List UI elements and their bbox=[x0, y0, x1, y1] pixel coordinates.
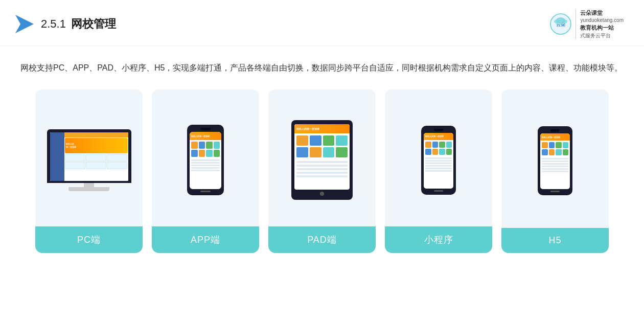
svg-marker-0 bbox=[15, 15, 34, 33]
grid-item bbox=[549, 149, 555, 155]
pc-stand-base bbox=[68, 187, 109, 191]
h5-header-text: 轻松人的第一堂冠课 bbox=[542, 136, 560, 139]
h5-phone-mockup: 轻松人的第一堂冠课 bbox=[538, 126, 572, 195]
grid-item bbox=[310, 135, 321, 146]
pad-outer: 轻松人的第一堂冠课 bbox=[291, 120, 353, 200]
miniprogram-grid bbox=[424, 140, 453, 156]
h5-content bbox=[540, 157, 570, 173]
app-phone-screen: 轻松人的第一堂冠课 bbox=[190, 132, 221, 189]
pad-header-text: 轻松人的第一堂冠课 bbox=[296, 127, 319, 130]
grid-item bbox=[323, 135, 335, 146]
content-row bbox=[542, 168, 568, 170]
content-row bbox=[542, 158, 568, 159]
grid-item bbox=[425, 149, 431, 155]
card-pad-label: PAD端 bbox=[268, 226, 376, 253]
pc-courses bbox=[64, 154, 128, 170]
pc-banner: 轻松人的第一堂冠课 bbox=[65, 138, 128, 153]
miniprogram-phone-mockup: 轻松人的第一堂冠课 bbox=[421, 126, 456, 195]
content-row bbox=[191, 170, 220, 171]
card-pc: 轻松人的第一堂冠课 bbox=[35, 89, 143, 253]
content-row bbox=[425, 168, 452, 169]
grid-item bbox=[206, 142, 213, 149]
content-row bbox=[296, 161, 348, 163]
pc-stand-neck bbox=[84, 183, 94, 187]
card-app-label: APP端 bbox=[152, 226, 259, 253]
cards-section: 轻松人的第一堂冠课 bbox=[0, 80, 644, 268]
content-row bbox=[191, 162, 220, 164]
card-pc-image: 轻松人的第一堂冠课 bbox=[39, 89, 140, 226]
content-row bbox=[296, 172, 348, 174]
content-row bbox=[542, 166, 568, 167]
grid-item bbox=[563, 149, 569, 155]
pc-top-bar bbox=[64, 132, 128, 137]
card-pc-label: PC端 bbox=[35, 226, 143, 253]
app-phone-notch bbox=[200, 128, 211, 130]
card-pad-image: 轻松人的第一堂冠课 bbox=[283, 89, 361, 226]
brand-tagline: 教育机构一站 式服务云平台 bbox=[580, 24, 624, 39]
pad-grid bbox=[294, 133, 350, 159]
pc-course-item bbox=[65, 162, 85, 169]
grid-item bbox=[432, 149, 439, 155]
header-left: 2.5.1 网校管理 bbox=[15, 15, 116, 33]
pc-course-item bbox=[107, 154, 127, 162]
card-miniprogram: 轻松人的第一堂冠课 bbox=[385, 89, 492, 253]
grid-item bbox=[439, 149, 445, 155]
miniprogram-phone-home bbox=[434, 190, 443, 192]
content-row bbox=[191, 167, 220, 169]
pad-home-button bbox=[320, 192, 324, 196]
grid-item bbox=[191, 142, 198, 149]
card-miniprogram-image: 轻松人的第一堂冠课 bbox=[413, 89, 464, 226]
grid-item bbox=[556, 142, 562, 148]
brand-site: yunduoketang.com bbox=[580, 17, 624, 24]
miniprogram-phone-notch bbox=[434, 129, 443, 131]
card-app: 轻松人的第一堂冠课 bbox=[152, 89, 259, 253]
grid-item bbox=[310, 147, 321, 157]
pc-banner-text: 轻松人的第一堂冠课 bbox=[66, 143, 76, 148]
h5-phone-screen: 轻松人的第一堂冠课 bbox=[540, 133, 570, 189]
content-row bbox=[542, 171, 568, 172]
card-app-image: 轻松人的第一堂冠课 bbox=[179, 89, 232, 226]
grid-item bbox=[296, 135, 308, 146]
card-pad: 轻松人的第一堂冠课 bbox=[268, 89, 376, 253]
grid-item bbox=[563, 142, 569, 148]
miniprogram-screen-header: 轻松人的第一堂冠课 bbox=[424, 133, 453, 140]
pc-mockup: 轻松人的第一堂冠课 bbox=[47, 129, 131, 191]
content-row bbox=[191, 165, 220, 166]
page-title: 2.5.1 网校管理 bbox=[41, 16, 116, 32]
grid-item bbox=[446, 142, 452, 148]
description-text: 网校支持PC、APP、PAD、小程序、H5，实现多端打通，产品各终端自由切换，数… bbox=[0, 46, 644, 81]
pc-sidebar bbox=[50, 132, 64, 181]
card-miniprogram-label: 小程序 bbox=[385, 226, 492, 253]
miniprogram-header-text: 轻松人的第一堂冠课 bbox=[425, 135, 444, 137]
miniprogram-phone-outer: 轻松人的第一堂冠课 bbox=[421, 126, 456, 195]
grid-item bbox=[556, 149, 562, 155]
content-row bbox=[425, 165, 452, 167]
pc-screen-content: 轻松人的第一堂冠课 bbox=[50, 132, 128, 181]
h5-screen-header: 轻松人的第一堂冠课 bbox=[540, 133, 570, 141]
app-phone-header-text: 轻松人的第一堂冠课 bbox=[191, 135, 210, 137]
page-header: 2.5.1 网校管理 云朵 云朵课堂 yunduoketang.com 教育机构… bbox=[0, 0, 644, 46]
grid-item bbox=[542, 149, 548, 155]
grid-item bbox=[199, 142, 205, 149]
pad-mockup: 轻松人的第一堂冠课 bbox=[291, 120, 353, 200]
grid-item bbox=[206, 150, 213, 157]
h5-phone-home bbox=[550, 191, 560, 192]
grid-item bbox=[549, 142, 555, 148]
card-h5: 轻松人的第一堂冠课 bbox=[501, 89, 609, 253]
app-phone-mockup: 轻松人的第一堂冠课 bbox=[187, 125, 224, 195]
content-row bbox=[425, 157, 452, 159]
pc-course-item bbox=[65, 154, 85, 162]
page-title-text: 网校管理 bbox=[71, 17, 116, 30]
card-h5-label: H5 bbox=[501, 228, 609, 253]
grid-item bbox=[336, 135, 348, 146]
brand-logo: 云朵 云朵课堂 yunduoketang.com 教育机构一站 式服务云平台 bbox=[550, 9, 624, 39]
svg-point-4 bbox=[554, 19, 560, 24]
brand-logo-icon: 云朵 bbox=[550, 13, 571, 35]
content-row bbox=[296, 175, 348, 177]
content-row bbox=[542, 163, 568, 165]
pad-screen-header: 轻松人的第一堂冠课 bbox=[294, 124, 350, 133]
grid-item bbox=[199, 150, 205, 157]
content-row bbox=[425, 170, 452, 172]
page-title-number: 2.5.1 bbox=[41, 17, 66, 30]
pc-screen-outer: 轻松人的第一堂冠课 bbox=[47, 129, 131, 183]
